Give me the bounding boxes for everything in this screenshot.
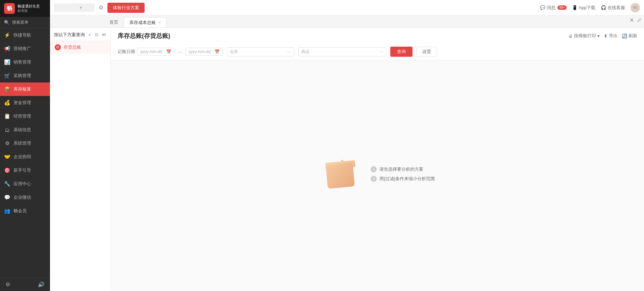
sidebar-item-basic-info[interactable]: 🗂 基础信息 <box>0 123 50 137</box>
app-download-btn[interactable]: 📱 App下载 <box>572 5 595 11</box>
apps-icon: 🔧 <box>4 181 10 187</box>
sidebar-item-quick-nav[interactable]: ⚡ 快捷导航 <box>0 28 50 42</box>
step-num-2: 2 <box>371 176 377 182</box>
online-support-btn[interactable]: 🎧 在线客服 <box>601 5 625 11</box>
sidebar-item-sales[interactable]: 📊 销售管理 <box>0 55 50 69</box>
add-filter-icon[interactable]: ＋ <box>87 32 92 38</box>
sidebar-item-operations[interactable]: 📋 经营管理 <box>0 110 50 123</box>
warehouse-placeholder: 仓库 <box>230 49 238 55</box>
filter-item-label: 存货总账 <box>64 44 81 50</box>
sidebar-item-purchase[interactable]: 🛒 采购管理 <box>0 69 50 82</box>
sidebar-item-label: 资金管理 <box>14 100 31 106</box>
date-start-input[interactable]: yyyy-mm-dd 📅 <box>137 48 174 56</box>
sidebar-item-label: 企业协同 <box>14 154 31 160</box>
settings-button[interactable]: 设置 <box>417 47 437 57</box>
sidebar-item-label: 采购管理 <box>14 73 31 79</box>
sidebar-item-marketing[interactable]: 📢 营销推广 <box>0 42 50 55</box>
headset-icon: 🎧 <box>601 5 606 10</box>
finance-icon: 💰 <box>4 100 10 106</box>
goods-input[interactable]: 商品 ··· <box>298 47 386 56</box>
empty-text: 1 请先选择要分析的方案 2 用[过滤]条件来缩小分析范围 <box>371 166 435 185</box>
main-area: ▾ ⚙ 体验行业方案 💬 消息 99+ 📱 App下载 🎧 在线客服 Rit <box>50 0 644 291</box>
warehouse-more-icon: ··· <box>287 49 291 54</box>
panel-close-icon[interactable]: ✕ <box>629 17 634 23</box>
sidebar-item-inventory[interactable]: 📦 库存核算 <box>0 82 50 96</box>
page-title: 库存总账(存货总账) <box>118 32 170 40</box>
filter-actions: ＋ ⊙ ≪ <box>87 32 106 38</box>
system-icon: ⚙ <box>4 140 10 146</box>
tab-inventory-ledger[interactable]: 库存成本总账 × <box>124 17 167 27</box>
collapse-filter-icon[interactable]: ≪ <box>101 32 106 38</box>
sidebar-footer: ⚙ 🔊 <box>0 277 50 291</box>
sidebar-item-enterprise[interactable]: 🤝 企业协同 <box>0 150 50 164</box>
inventory-icon: 📦 <box>4 86 10 92</box>
sidebar-item-label: 应用中心 <box>14 181 31 187</box>
sidebar-item-label: 快捷导航 <box>14 32 31 38</box>
members-icon: 👥 <box>4 208 10 214</box>
wechat-icon: 💬 <box>4 194 10 200</box>
tab-home[interactable]: 首页 <box>104 17 124 27</box>
settings-footer-icon[interactable]: ⚙ <box>5 281 10 288</box>
date-end-placeholder: yyyy-mm-dd <box>189 49 210 54</box>
print-btn[interactable]: 🖨 按模板打印 ▾ <box>568 33 600 39</box>
sidebar-item-system[interactable]: ⚙ 系统管理 <box>0 137 50 150</box>
filter-header: 按以下方案查询 ＋ ⊙ ≪ <box>50 28 110 41</box>
enterprise-icon: 🤝 <box>4 154 10 160</box>
step-num-1: 1 <box>371 166 377 172</box>
sidebar-item-label: 销售管理 <box>14 59 31 65</box>
breadcrumb[interactable]: ▾ <box>54 3 95 12</box>
sidebar-item-label: 营销推广 <box>14 46 31 52</box>
filter-item-inventory[interactable]: 存 存货总账 <box>50 41 110 54</box>
sidebar-search[interactable]: 🔍 搜索菜单 <box>0 17 50 28</box>
manage-filter-icon[interactable]: ⊙ <box>95 32 99 38</box>
query-button[interactable]: 查询 <box>390 47 413 57</box>
topbar-left: ▾ ⚙ 体验行业方案 <box>54 3 145 13</box>
page-header: 库存总账(存货总账) 🖨 按模板打印 ▾ ⬆ 导出 🔄 <box>111 28 644 60</box>
tab-active-label: 库存成本总账 <box>129 20 156 26</box>
message-icon: 💬 <box>540 5 545 10</box>
export-btn[interactable]: ⬆ 导出 <box>604 33 618 39</box>
messages-btn[interactable]: 💬 消息 99+ <box>540 5 567 11</box>
settings-icon[interactable]: ⚙ <box>97 3 105 12</box>
goods-placeholder: 商品 <box>301 49 309 55</box>
refresh-btn[interactable]: 🔄 刷新 <box>622 33 637 39</box>
empty-step2-text: 用[过滤]条件来缩小分析范围 <box>379 176 435 182</box>
sidebar-item-guide[interactable]: 🎯 新手引导 <box>0 164 50 177</box>
print-chevron-icon: ▾ <box>597 33 600 39</box>
date-end-input[interactable]: yyyy-mm-dd 📅 <box>185 48 223 56</box>
page-header-actions: 🖨 按模板打印 ▾ ⬆ 导出 🔄 刷新 <box>568 33 637 39</box>
main-content: 库存总账(存货总账) 🖨 按模板打印 ▾ ⬆ 导出 🔄 <box>111 28 644 291</box>
empty-step1-text: 请先选择要分析的方案 <box>379 166 423 172</box>
phone-icon: 📱 <box>572 5 577 10</box>
sidebar-item-members[interactable]: 👥 畅会员 <box>0 204 50 218</box>
marketing-icon: 📢 <box>4 46 10 52</box>
sales-icon: 📊 <box>4 59 10 65</box>
app-logo: 畅 畅捷通好生意 标准版 <box>0 0 50 17</box>
sidebar-item-finance[interactable]: 💰 资金管理 <box>0 96 50 110</box>
calendar-start-icon: 📅 <box>166 49 171 54</box>
content-area: 按以下方案查询 ＋ ⊙ ≪ 存 存货总账 库存总账(存货总账) <box>50 28 644 291</box>
tabbar: 首页 库存成本总账 × ✕ ⤢ <box>50 16 644 28</box>
search-icon: 🔍 <box>4 20 9 25</box>
messages-badge: 99+ <box>558 5 567 10</box>
panel-resize-icon[interactable]: ⤢ <box>637 17 641 23</box>
user-avatar[interactable]: Rit <box>630 3 640 13</box>
sidebar-item-apps[interactable]: 🔧 应用中心 <box>0 177 50 191</box>
app-download-label: App下载 <box>579 5 595 11</box>
warehouse-input[interactable]: 仓库 ··· <box>227 47 294 56</box>
sidebar-item-wechat[interactable]: 💬 企业微信 <box>0 191 50 204</box>
sidebar-item-label: 企业微信 <box>14 194 31 200</box>
refresh-label: 刷新 <box>628 33 637 39</box>
audio-footer-icon[interactable]: 🔊 <box>38 281 45 288</box>
empty-step-1: 1 请先选择要分析的方案 <box>371 166 435 172</box>
sidebar-item-label: 经营管理 <box>14 113 31 119</box>
print-icon: 🖨 <box>568 33 573 39</box>
date-field: 记账日期 yyyy-mm-dd 📅 — yyyy-mm-dd 📅 <box>118 48 223 56</box>
box-shape <box>326 163 355 189</box>
industry-btn[interactable]: 体验行业方案 <box>107 3 145 13</box>
quick-nav-icon: ⚡ <box>4 32 10 38</box>
sidebar: 畅 畅捷通好生意 标准版 🔍 搜索菜单 ⚡ 快捷导航 📢 营销推广 📊 销售管理… <box>0 0 50 291</box>
refresh-icon: 🔄 <box>622 33 627 39</box>
tab-close-icon[interactable]: × <box>158 20 161 25</box>
date-label: 记账日期 <box>118 49 135 55</box>
